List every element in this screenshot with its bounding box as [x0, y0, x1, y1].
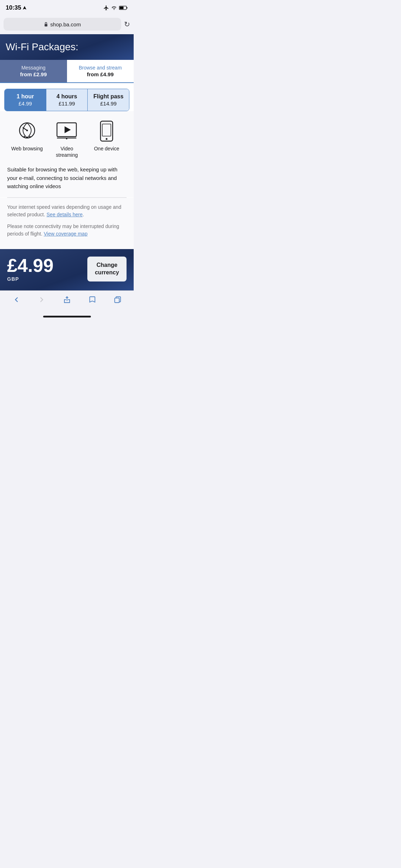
- see-details-link[interactable]: See details here: [47, 212, 83, 217]
- safari-toolbar: [0, 290, 134, 308]
- status-icons: [103, 5, 128, 11]
- tab-browse-label: Browse and stream: [71, 65, 130, 71]
- description-text: Suitable for browsing the web, keeping u…: [7, 165, 127, 190]
- browser-back-button[interactable]: [9, 292, 24, 308]
- tab-messaging-price: from £2.99: [4, 71, 63, 77]
- status-time: 10:35: [6, 4, 27, 11]
- footer-currency: GBP: [7, 276, 53, 282]
- browser-tabs-button[interactable]: [110, 292, 125, 308]
- airplane-icon: [103, 5, 109, 11]
- feature-one-device: One device: [89, 120, 124, 152]
- duration-4hours-label: 4 hours: [48, 93, 86, 100]
- video-streaming-icon: [55, 120, 78, 143]
- one-device-label: One device: [94, 145, 119, 152]
- url-bar[interactable]: shop.ba.com: [4, 18, 121, 31]
- footer-price: £4.99: [7, 256, 53, 275]
- main-tabs: Messaging from £2.99 Browse and stream f…: [0, 60, 134, 83]
- video-streaming-label: Video streaming: [49, 145, 84, 158]
- description-section: Suitable for browsing the web, keeping u…: [0, 165, 134, 197]
- fine-print-section: Your internet speed varies depending on …: [0, 198, 134, 249]
- browser-bookmarks-button[interactable]: [84, 292, 100, 308]
- duration-flightpass-label: Flight pass: [90, 93, 127, 100]
- change-currency-line2: currency: [95, 269, 119, 275]
- tab-browse-price: from £4.99: [71, 71, 130, 77]
- svg-rect-3: [45, 24, 47, 26]
- web-browsing-label: Web browsing: [11, 145, 43, 152]
- duration-4hours[interactable]: 4 hours £11.99: [46, 89, 88, 111]
- duration-1hour[interactable]: 1 hour £4.99: [5, 89, 46, 111]
- duration-section: 1 hour £4.99 4 hours £11.99 Flight pass …: [0, 83, 134, 111]
- duration-flightpass[interactable]: Flight pass £14.99: [87, 89, 129, 111]
- svg-point-6: [26, 130, 28, 131]
- svg-point-13: [66, 138, 68, 139]
- features-section: Web browsing Video streaming: [0, 111, 134, 165]
- svg-rect-17: [114, 298, 119, 303]
- tab-browse-stream[interactable]: Browse and stream from £4.99: [67, 60, 134, 82]
- duration-flightpass-price: £14.99: [90, 100, 127, 107]
- svg-point-7: [24, 136, 25, 138]
- page-content: Wi-Fi Packages: Messaging from £2.99 Bro…: [0, 34, 134, 249]
- duration-options: 1 hour £4.99 4 hours £11.99 Flight pass …: [4, 89, 129, 111]
- safari-bottom-bar: [0, 290, 134, 322]
- feature-web-browsing: Web browsing: [9, 120, 45, 152]
- page-header: Wi-Fi Packages:: [0, 34, 134, 60]
- duration-1hour-label: 1 hour: [7, 93, 44, 100]
- home-indicator: [0, 308, 134, 320]
- svg-rect-1: [127, 7, 127, 9]
- reload-button[interactable]: ↻: [124, 20, 130, 29]
- home-bar: [43, 316, 91, 317]
- coverage-map-link[interactable]: View coverage map: [44, 231, 88, 237]
- browser-bar: shop.ba.com ↻: [0, 16, 134, 34]
- change-currency-button[interactable]: Change currency: [87, 257, 127, 281]
- fine-print-speed: Your internet speed varies depending on …: [7, 203, 127, 218]
- svg-point-8: [26, 136, 28, 138]
- change-currency-line1: Change: [97, 262, 118, 268]
- svg-rect-15: [102, 124, 111, 136]
- footer-price-block: £4.99 GBP: [7, 256, 53, 282]
- svg-marker-11: [65, 126, 71, 133]
- time-display: 10:35: [6, 4, 21, 11]
- tab-messaging-label: Messaging: [4, 65, 63, 71]
- web-browsing-icon: [16, 120, 38, 143]
- battery-icon: [119, 6, 128, 10]
- status-bar: 10:35: [0, 0, 134, 16]
- duration-1hour-price: £4.99: [7, 100, 44, 107]
- change-currency-text: Change currency: [93, 262, 121, 277]
- one-device-icon: [95, 120, 118, 143]
- duration-4hours-price: £11.99: [48, 100, 86, 107]
- location-arrow-icon: [22, 6, 27, 10]
- svg-point-16: [106, 138, 108, 140]
- wifi-status-icon: [111, 6, 117, 10]
- browser-share-button[interactable]: [59, 292, 75, 308]
- lock-icon: [44, 22, 48, 27]
- svg-rect-2: [120, 6, 124, 9]
- svg-point-9: [29, 136, 31, 138]
- feature-video-streaming: Video streaming: [49, 120, 84, 158]
- fine-print-connectivity: Please note connectivity may be interrup…: [7, 223, 127, 238]
- page-title: Wi-Fi Packages:: [6, 41, 128, 53]
- tab-messaging[interactable]: Messaging from £2.99: [0, 60, 67, 82]
- footer-bar: £4.99 GBP Change currency: [0, 249, 134, 290]
- browser-forward-button[interactable]: [34, 292, 50, 308]
- url-text: shop.ba.com: [50, 21, 81, 27]
